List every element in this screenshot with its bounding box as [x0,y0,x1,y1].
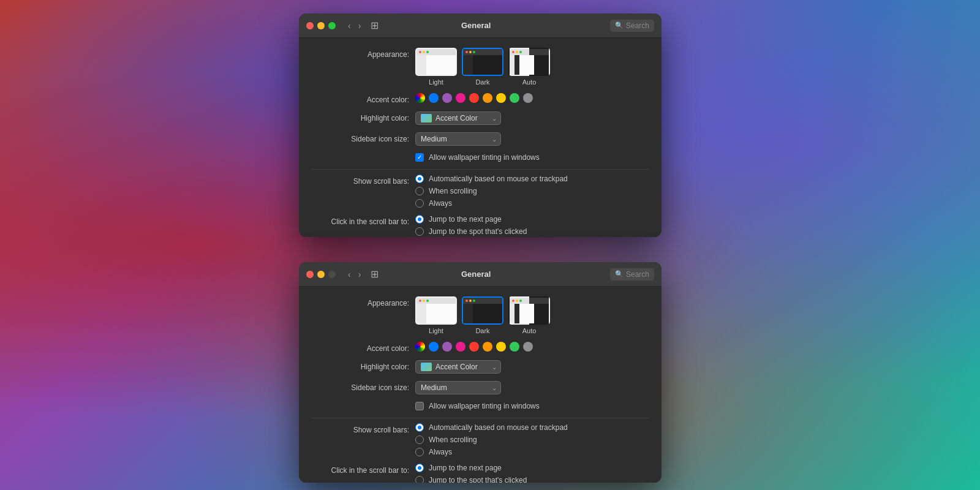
appearance-row-1: Appearance: [311,48,649,86]
scroll-bars-radio-group-1: Automatically based on mouse or trackpad… [415,175,568,208]
sidebar-size-label-1: Sidebar icon size: [311,132,409,143]
window-1: ‹ › ⊞ General 🔍 Search Appearance: [299,13,662,237]
search-placeholder-2: Search [626,270,649,279]
click-next-radio-1[interactable] [415,215,424,224]
wallpaper-tinting-checkbox-label-2: Allow wallpaper tinting in windows [429,402,540,410]
scroll-auto-radio-1[interactable] [415,175,424,183]
click-spot-radio-1[interactable] [415,227,424,236]
minimize-button-2[interactable] [317,271,325,278]
traffic-lights-2 [306,271,336,278]
highlight-value-2: Accent Color [435,363,478,371]
scroll-bars-label-1: Show scroll bars: [311,175,409,186]
accent-graphite-1[interactable] [523,93,533,103]
auto-thumb-1 [508,48,550,76]
sidebar-size-dropdown-2[interactable]: Medium [415,381,501,394]
accent-red-2[interactable] [469,342,479,352]
highlight-control-2: Accent Color [415,360,649,374]
light-thumb-2 [415,296,457,325]
wallpaper-tinting-checkbox-2[interactable] [415,402,424,410]
scroll-always-radio-1[interactable] [415,199,424,208]
highlight-color-row-2: Highlight color: Accent Color [311,360,649,374]
appearance-light-1[interactable]: Light [415,48,457,86]
accent-yellow-1[interactable] [496,93,506,103]
scroll-always-label-2: Always [429,448,452,456]
scroll-always-option-2[interactable]: Always [415,448,568,456]
minimize-button-1[interactable] [317,22,325,29]
sidebar-size-control-1: Medium [415,132,649,146]
scroll-when-option-1[interactable]: When scrolling [415,187,568,195]
wallpaper-tinting-checkbox-1[interactable]: ✓ [415,153,424,162]
click-spot-option-1[interactable]: Jump to the spot that's clicked [415,227,527,236]
appearance-dark-1[interactable]: Dark [462,48,503,86]
accent-label-1: Accent color: [311,93,409,104]
accent-multicolor-2[interactable] [415,342,425,352]
scroll-auto-option-2[interactable]: Automatically based on mouse or trackpad [415,423,568,432]
accent-orange-1[interactable] [483,93,492,103]
accent-blue-1[interactable] [429,93,439,103]
click-spot-radio-2[interactable] [415,476,424,483]
color-dots-1 [415,93,533,103]
scroll-bars-control-2: Automatically based on mouse or trackpad… [415,423,649,456]
accent-multicolor-1[interactable] [415,93,425,103]
accent-green-1[interactable] [510,93,519,103]
accent-purple-1[interactable] [442,93,452,103]
click-next-option-1[interactable]: Jump to the next page [415,215,527,224]
sidebar-size-control-2: Medium [415,381,649,394]
sidebar-size-dropdown-1[interactable]: Medium [415,132,501,146]
accent-blue-2[interactable] [429,342,439,352]
scroll-when-label-1: When scrolling [429,187,477,195]
search-bar-2[interactable]: 🔍 Search [610,268,654,281]
scroll-auto-option-1[interactable]: Automatically based on mouse or trackpad [415,175,568,183]
maximize-button-1[interactable] [328,22,336,29]
titlebar-2: ‹ › ⊞ General 🔍 Search [299,262,662,287]
scroll-always-option-1[interactable]: Always [415,199,568,208]
highlight-dropdown-2[interactable]: Accent Color [415,360,501,374]
appearance-label-2: Appearance: [311,296,409,307]
search-placeholder-1: Search [626,21,649,30]
accent-green-2[interactable] [510,342,519,352]
scroll-when-radio-1[interactable] [415,187,424,195]
click-spot-option-2[interactable]: Jump to the spot that's clicked [415,476,527,483]
scroll-when-label-2: When scrolling [429,435,477,444]
click-scroll-control-2: Jump to the next page Jump to the spot t… [415,464,649,483]
accent-yellow-2[interactable] [496,342,506,352]
accent-graphite-2[interactable] [523,342,533,352]
click-scroll-control-1: Jump to the next page Jump to the spot t… [415,215,649,236]
search-icon-1: 🔍 [615,21,624,29]
close-button-2[interactable] [306,271,314,278]
accent-orange-2[interactable] [483,342,492,352]
maximize-button-2[interactable] [328,271,336,278]
appearance-auto-2[interactable]: Auto [508,296,550,334]
click-next-option-2[interactable]: Jump to the next page [415,464,527,472]
scroll-always-radio-2[interactable] [415,448,424,456]
scroll-auto-label-1: Automatically based on mouse or trackpad [429,175,568,183]
appearance-dark-2[interactable]: Dark [462,296,503,334]
highlight-swatch-1 [421,114,432,123]
accent-pink-1[interactable] [456,93,466,103]
accent-red-1[interactable] [469,93,479,103]
scroll-always-label-1: Always [429,199,452,208]
appearance-row-2: Appearance: [311,296,649,334]
highlight-label-1: Highlight color: [311,111,409,123]
appearance-control-2: Light [415,296,649,334]
checkmark-1: ✓ [417,154,422,160]
click-scroll-label-1: Click in the scroll bar to: [311,215,409,226]
scroll-when-option-2[interactable]: When scrolling [415,435,568,444]
close-button-1[interactable] [306,22,314,29]
scroll-auto-radio-2[interactable] [415,423,424,432]
wallpaper-tinting-control-1: ✓ Allow wallpaper tinting in windows [415,153,649,162]
scroll-bars-control-1: Automatically based on mouse or trackpad… [415,175,649,208]
highlight-dropdown-1[interactable]: Accent Color [415,111,501,125]
click-next-radio-2[interactable] [415,464,424,472]
search-icon-2: 🔍 [615,270,624,278]
click-scroll-row-2: Click in the scroll bar to: Jump to the … [311,464,649,483]
accent-pink-2[interactable] [456,342,466,352]
appearance-control-1: Light [415,48,649,86]
divider-1 [311,169,649,170]
appearance-light-2[interactable]: Light [415,296,457,334]
appearance-auto-1[interactable]: Auto [508,48,550,86]
scroll-when-radio-2[interactable] [415,435,424,444]
search-bar-1[interactable]: 🔍 Search [610,20,654,32]
accent-color-row-2: Accent color: [311,342,649,353]
accent-purple-2[interactable] [442,342,452,352]
